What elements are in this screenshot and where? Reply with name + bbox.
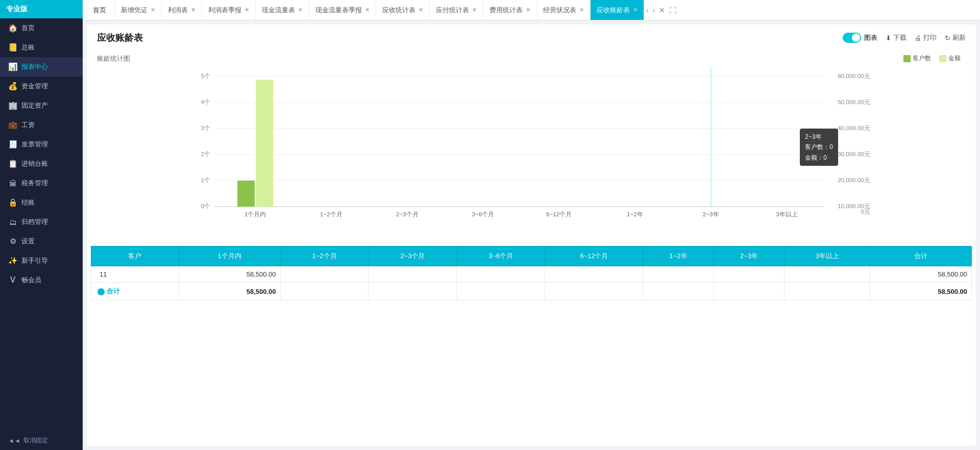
- tab-ap-stat[interactable]: 应付统计表 ✕: [430, 0, 483, 20]
- svg-text:2个: 2个: [201, 151, 211, 157]
- svg-text:1~2年: 1~2年: [627, 211, 643, 217]
- tab-expense[interactable]: 费用统计表 ✕: [483, 0, 537, 20]
- close-tab-profit[interactable]: ✕: [191, 7, 195, 13]
- col-y23: 2~3年: [714, 246, 784, 266]
- tab-next-button[interactable]: ›: [651, 6, 657, 14]
- tab-cashflow[interactable]: 现金流量表 ✕: [256, 0, 309, 20]
- close-tab-ap-stat[interactable]: ✕: [472, 7, 477, 13]
- col-y12: 1~2年: [643, 246, 714, 266]
- sidebar-item-vip[interactable]: V 畅会员: [0, 270, 83, 290]
- tab-prev-button[interactable]: ‹: [644, 6, 651, 14]
- sidebar-item-settings[interactable]: ⚙ 设置: [0, 232, 83, 251]
- tab-voucher[interactable]: 新增凭证 ✕: [115, 0, 162, 20]
- footer-total: 58,500.00: [870, 283, 972, 301]
- salary-icon: 💼: [8, 120, 17, 130]
- sidebar-item-label: 设置: [21, 237, 35, 246]
- toggle-label: 图表: [864, 33, 877, 42]
- refresh-button[interactable]: ↻ 刷新: [945, 33, 966, 42]
- unpin-button[interactable]: ◄◄ 取消固定: [0, 431, 83, 450]
- svg-text:60,000.00元: 60,000.00元: [838, 72, 870, 79]
- vip-icon: V: [8, 276, 17, 285]
- footer-y23: [714, 283, 784, 301]
- col-m36: 3~6个月: [457, 246, 545, 266]
- bar-chart: 5个 4个 3个 2个 1个 0个 60,000.00元 50,000.00元 …: [97, 67, 966, 241]
- close-tab-cashflow[interactable]: ✕: [298, 7, 303, 13]
- legend-amount-label: 金额: [948, 54, 961, 63]
- legend-amount: 金额: [939, 54, 961, 63]
- close-tab-expense[interactable]: ✕: [526, 7, 530, 13]
- chart-legend: 客户数 金额: [903, 54, 961, 63]
- tax-icon: 🏛: [8, 179, 17, 188]
- sidebar-item-capital[interactable]: 💰 资金管理: [0, 77, 83, 96]
- tab-business[interactable]: 经营状况表 ✕: [537, 0, 591, 20]
- svg-text:50,000.00元: 50,000.00元: [838, 98, 870, 105]
- purchase-icon: 📋: [8, 159, 17, 168]
- sidebar-item-asset[interactable]: 🏢 固定资产: [0, 96, 83, 115]
- sidebar-item-label: 固定资产: [21, 101, 48, 110]
- col-y3plus: 3年以上: [785, 246, 870, 266]
- sidebar-item-label: 发票管理: [21, 140, 48, 149]
- tab-close-all-button[interactable]: ✕: [657, 6, 667, 14]
- footer-m23: [369, 283, 457, 301]
- cell-m23: [369, 266, 457, 283]
- sidebar-item-report[interactable]: 📊 报表中心: [0, 57, 83, 77]
- chart-toggle[interactable]: 图表: [843, 33, 877, 43]
- toggle-knob: [852, 34, 860, 42]
- sidebar-item-purchase[interactable]: 📋 进销台账: [0, 154, 83, 173]
- col-m612: 6~12个月: [545, 246, 643, 266]
- archive-icon: 🗂: [8, 218, 17, 227]
- asset-icon: 🏢: [8, 101, 17, 110]
- svg-text:3个: 3个: [201, 124, 211, 131]
- tab-ar-stat[interactable]: 应收统计表 ✕: [376, 0, 430, 20]
- bar-customer-0: [237, 181, 255, 207]
- cell-y23: [714, 266, 784, 283]
- table-footer-row: 合计 58,500.00 58,500.00: [91, 283, 972, 301]
- tab-cashflow-quarter[interactable]: 现金流量表季报 ✕: [309, 0, 376, 20]
- print-button[interactable]: 🖨 打印: [915, 33, 937, 42]
- footer-m36: [457, 283, 545, 301]
- sidebar-item-ledger[interactable]: 📒 总账: [0, 38, 83, 57]
- sidebar-item-archive[interactable]: 🗂 归档管理: [0, 212, 83, 232]
- tab-bar: 首页 新增凭证 ✕ 利润表 ✕ 利润表季报 ✕ 现金流量表 ✕ 现金流量表季报 …: [83, 0, 980, 20]
- sidebar-item-label: 进销台账: [21, 159, 48, 168]
- close-tab-business[interactable]: ✕: [579, 7, 584, 13]
- close-tab-ar-aging[interactable]: ✕: [633, 7, 638, 13]
- sidebar-item-label: 结账: [21, 198, 35, 207]
- svg-text:3~6个月: 3~6个月: [472, 211, 495, 217]
- close-tab-profit-quarter[interactable]: ✕: [244, 7, 249, 13]
- chart-container: 5个 4个 3个 2个 1个 0个 60,000.00元 50,000.00元 …: [97, 67, 966, 241]
- sidebar-item-tax[interactable]: 🏛 税务管理: [0, 173, 83, 193]
- header-actions: 图表 ⬇ 下载 🖨 打印 ↻ 刷新: [843, 33, 966, 43]
- toggle-bg[interactable]: [843, 33, 861, 43]
- legend-customer: 客户数: [903, 54, 931, 63]
- svg-text:40,000.00元: 40,000.00元: [838, 124, 870, 131]
- page-title: 应收账龄表: [97, 32, 143, 44]
- arrow-left-icon: ◄◄: [8, 437, 20, 444]
- sidebar-item-label: 归档管理: [21, 217, 48, 227]
- cell-customer: 11: [91, 266, 179, 283]
- sidebar-item-home[interactable]: 🏠 首页: [0, 18, 83, 38]
- close-tab-voucher[interactable]: ✕: [151, 7, 155, 13]
- sidebar-item-guide[interactable]: ✨ 新手引导: [0, 251, 83, 270]
- tab-profit[interactable]: 利润表 ✕: [162, 0, 202, 20]
- table-header-row: 客户 1个月内 1~2个月 2~3个月 3~6个月 6~12个月 1~2年 2~…: [91, 246, 972, 266]
- cell-m12: [280, 266, 369, 283]
- tab-ar-aging[interactable]: 应收账龄表 ✕: [591, 0, 644, 20]
- sidebar: 专业版 🏠 首页 📒 总账 📊 报表中心 💰 资金管理 🏢 固定资产 💼 工资 …: [0, 0, 83, 450]
- sidebar-item-close[interactable]: 🔒 结账: [0, 193, 83, 212]
- close-tab-ar-stat[interactable]: ✕: [419, 7, 423, 13]
- bar-amount-0: [256, 80, 273, 207]
- close-tab-cashflow-quarter[interactable]: ✕: [365, 7, 370, 13]
- download-button[interactable]: ⬇ 下载: [886, 33, 906, 42]
- tab-expand-button[interactable]: ⛶: [667, 6, 678, 14]
- sidebar-item-label: 总账: [21, 43, 35, 52]
- col-m1: 1个月内: [179, 246, 280, 266]
- sidebar-item-salary[interactable]: 💼 工资: [0, 115, 83, 135]
- sidebar-item-invoice[interactable]: 🧾 发票管理: [0, 135, 83, 154]
- tab-profit-quarter[interactable]: 利润表季报 ✕: [202, 0, 256, 20]
- total-icon: [97, 288, 105, 295]
- footer-m1: 58,500.00: [179, 283, 280, 301]
- col-m23: 2~3个月: [369, 246, 457, 266]
- tab-home[interactable]: 首页: [85, 0, 115, 20]
- svg-text:2~3个月: 2~3个月: [396, 211, 419, 217]
